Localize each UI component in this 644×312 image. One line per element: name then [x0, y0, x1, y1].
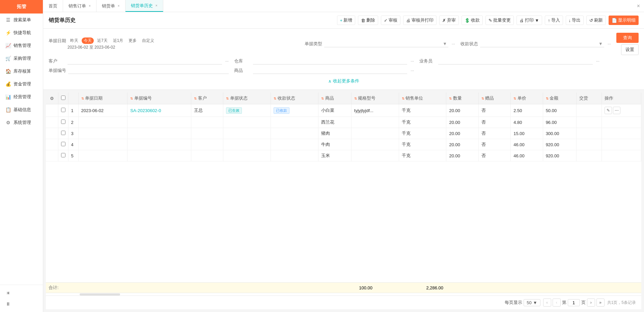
checkbox-cell[interactable]	[58, 104, 68, 117]
action-cell[interactable]	[601, 128, 641, 139]
sidebar-bottom-pause[interactable]: ⏸	[0, 298, 43, 309]
collect-button[interactable]: 💲 收款	[461, 16, 483, 25]
last-page-button[interactable]: »	[596, 298, 605, 307]
delete-button[interactable]: 🗑 删除	[358, 16, 378, 25]
sidebar-item-finance[interactable]: 💰 资金管理	[0, 78, 43, 90]
th-payment-status[interactable]: ⇅ 收款状态	[271, 93, 318, 104]
doc-type-extra[interactable]: ···	[452, 42, 455, 46]
tab-sales-order-close[interactable]: ×	[89, 4, 91, 8]
th-doc-no[interactable]: ⇅ 单据编号	[128, 93, 191, 104]
tab-sales-history[interactable]: 销货单历史 ×	[125, 0, 163, 12]
doc-no-cell[interactable]	[128, 117, 191, 128]
th-product[interactable]: ⇅ 商品	[318, 93, 352, 104]
product-extra[interactable]: ···	[411, 68, 414, 73]
date-tag-more[interactable]: 更多	[127, 37, 139, 44]
row-checkbox-4[interactable]	[61, 153, 65, 157]
collapse-filter-button[interactable]: ∧ 收起更多条件	[49, 77, 639, 85]
page-size-box[interactable]: 50 ▼	[524, 299, 540, 306]
print-button[interactable]: 🖨 打印 ▼	[516, 16, 542, 25]
th-amount[interactable]: ⇅ 金额	[543, 93, 576, 104]
th-qty[interactable]: ⇅ 数量	[446, 93, 478, 104]
doc-no-cell[interactable]	[128, 139, 191, 150]
th-spec[interactable]: ⇅ 规格型号	[351, 93, 399, 104]
date-tag-custom[interactable]: 自定义	[140, 37, 156, 44]
sidebar-item-basic-info[interactable]: 📋 基础信息	[0, 103, 43, 116]
page-input[interactable]	[568, 299, 580, 306]
first-page-button[interactable]: «	[543, 298, 551, 307]
audit-button[interactable]: ✓ 审核	[381, 16, 400, 25]
date-tag-7days[interactable]: 近7天	[95, 37, 110, 44]
th-unit[interactable]: ⇅ 销售单位	[399, 93, 446, 104]
checkbox-cell[interactable]	[58, 150, 68, 161]
close-all-tabs-button[interactable]: ×	[633, 0, 644, 12]
row-checkbox-0[interactable]	[61, 108, 65, 112]
th-price[interactable]: ⇅ 单价	[511, 93, 543, 104]
sidebar-item-search-menu[interactable]: ☰ 搜索菜单	[0, 14, 43, 26]
tab-home[interactable]: 首页	[43, 0, 63, 12]
warehouse-input[interactable]	[253, 58, 408, 64]
th-checkbox[interactable]	[58, 93, 68, 104]
row-checkbox-1[interactable]	[61, 120, 65, 124]
sidebar-item-operations[interactable]: 📊 经营管理	[0, 90, 43, 103]
sidebar-item-purchase-mgmt[interactable]: 🛒 采购管理	[0, 52, 43, 65]
setting-button[interactable]: 设置	[621, 44, 639, 55]
action-cell[interactable]	[601, 117, 641, 128]
action-cell[interactable]	[601, 150, 641, 161]
th-customer[interactable]: ⇅ 客户	[191, 93, 223, 104]
product-input[interactable]	[253, 67, 408, 74]
sidebar-item-inventory[interactable]: 🏠 库存核算	[0, 65, 43, 78]
th-date[interactable]: ⇅ 单据日期	[78, 93, 128, 104]
select-all-checkbox[interactable]	[61, 96, 65, 100]
prev-page-button[interactable]: ‹	[553, 298, 561, 307]
customer-extra[interactable]: ···	[225, 59, 229, 63]
import-button[interactable]: ↑ 导入	[545, 16, 563, 25]
checkbox-cell[interactable]	[58, 128, 68, 139]
doc-no-cell[interactable]: SA-20230602-0	[128, 104, 191, 117]
doc-no-cell[interactable]	[128, 150, 191, 161]
checkbox-cell[interactable]	[58, 117, 68, 128]
tab-sales-history-close[interactable]: ×	[156, 4, 158, 7]
action-cell[interactable]	[601, 139, 641, 150]
doc-type-select[interactable]: ▼	[324, 41, 448, 47]
salesperson-input[interactable]	[438, 58, 593, 64]
row-checkbox-2[interactable]	[61, 131, 65, 135]
th-gear[interactable]: ⚙	[46, 93, 58, 104]
doc-no-input[interactable]	[68, 67, 229, 74]
payment-status-extra[interactable]: ···	[608, 42, 611, 46]
show-detail-button[interactable]: 📄 显示明细	[609, 16, 639, 25]
checkbox-cell[interactable]	[58, 139, 68, 150]
doc-no-link[interactable]: SA-20230602-0	[130, 108, 161, 113]
sidebar-bottom-sun[interactable]: ☀	[0, 288, 43, 298]
sidebar-item-sales-mgmt[interactable]: 📈 销售管理	[0, 39, 43, 52]
sidebar-item-quick-nav[interactable]: ⚡ 快捷导航	[0, 26, 43, 39]
next-page-button[interactable]: ›	[587, 298, 595, 307]
new-button[interactable]: + 新增	[337, 16, 356, 25]
horizontal-scrollbar[interactable]	[80, 293, 120, 295]
th-doc-status[interactable]: ⇅ 单据状态	[223, 93, 271, 104]
date-tag-yesterday[interactable]: 昨天	[68, 37, 80, 44]
action-cell[interactable]: ✎⋯	[601, 104, 641, 117]
audit-print-button[interactable]: 🖨 审核并打印	[403, 16, 437, 25]
edit-btn-0[interactable]: ✎	[605, 107, 612, 114]
sidebar-item-system-mgmt[interactable]: ⚙ 系统管理	[0, 116, 43, 129]
page-size-label: 每页显示	[505, 300, 522, 306]
warehouse-extra[interactable]: ···	[411, 59, 414, 63]
query-button[interactable]: 查询	[616, 33, 639, 43]
date-tag-1month[interactable]: 近1月	[111, 37, 125, 44]
row-checkbox-3[interactable]	[61, 142, 65, 146]
doc-no-cell[interactable]	[128, 128, 191, 139]
more-btn-0[interactable]: ⋯	[613, 107, 620, 114]
batch-change-button[interactable]: ✎ 批量变更	[485, 16, 514, 25]
date-tag-today[interactable]: 今天	[82, 37, 94, 44]
tab-sales-invoice-close[interactable]: ×	[118, 4, 120, 8]
abandon-button[interactable]: ✗ 弃审	[439, 16, 459, 25]
refresh-button[interactable]: ↺ 刷新	[586, 16, 606, 25]
tab-sales-order[interactable]: 销售订单 ×	[63, 0, 96, 12]
tab-sales-invoice[interactable]: 销货单 ×	[96, 0, 125, 12]
customer-input[interactable]	[67, 58, 222, 64]
table-scroll-container[interactable]: ⚙ ⇅ 单据日期 ⇅ 单据编号 ⇅ 客户	[46, 93, 641, 282]
payment-status-select[interactable]: ▼	[480, 41, 604, 47]
export-button[interactable]: ↓ 导出	[566, 16, 584, 25]
salesperson-extra[interactable]: ···	[596, 59, 599, 63]
th-gift[interactable]: ⇅ 赠品	[478, 93, 510, 104]
